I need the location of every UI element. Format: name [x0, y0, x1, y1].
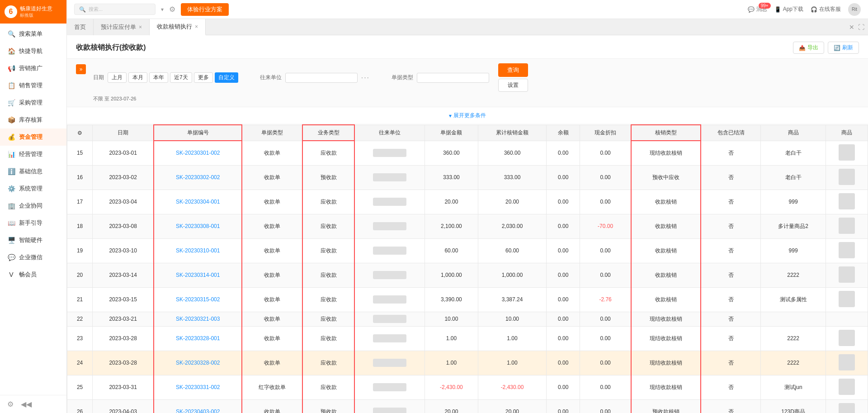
bill-no-link[interactable]: SK-20230302-002	[176, 174, 220, 180]
table-row: 21 2023-03-15 SK-20230315-002 收款单 应收款 ██…	[67, 287, 868, 312]
sidebar-label-operation: 经营管理	[19, 150, 42, 158]
topbar-online-service[interactable]: 🎧 在线客服	[811, 5, 841, 13]
sidebar-item-system[interactable]: ⚙️ 系统管理	[0, 180, 66, 197]
filter-date-this-year[interactable]: 本年	[149, 72, 168, 83]
cell-cash-discount: 0.00	[580, 326, 632, 351]
cell-include-settled: 否	[701, 214, 761, 238]
hardware-icon: 🖥️	[7, 237, 15, 244]
th-settings[interactable]: ⚙	[67, 125, 93, 141]
tab-collect-verify-close[interactable]: ×	[195, 24, 198, 30]
bill-no-link[interactable]: SK-20230310-001	[176, 247, 220, 254]
table-header-row: ⚙ 日期 单据编号 单据类型 业务类型 往来单位 单据金额 累计核销金额 余额 …	[67, 125, 868, 141]
export-label: 导出	[807, 44, 818, 52]
filter-partner-label: 往来单位	[260, 74, 282, 81]
sidebar-item-operation[interactable]: 📊 经营管理	[0, 146, 66, 163]
sidebar-label-wechat: 企业微信	[19, 253, 42, 261]
sidebar: 6 畅康道好生意 标推版 🔍 搜索菜单 🏠 快捷导航 📢 营销推广 📋 销售管理…	[0, 0, 67, 413]
cell-product2	[826, 214, 868, 238]
topbar-app-download[interactable]: 📱 App下载	[774, 5, 803, 13]
tab-close-all-icon[interactable]: ✕	[849, 24, 854, 31]
sidebar-item-finance[interactable]: 💰 资金管理	[0, 128, 66, 146]
expand-more-label: 展开更多条件	[453, 112, 486, 119]
sidebar-item-member[interactable]: V 畅会员	[0, 266, 66, 283]
filter-partner-input[interactable]	[285, 73, 358, 83]
cell-bill-no: SK-20230403-002	[154, 399, 242, 413]
cell-seq: 23	[67, 326, 93, 351]
tab-home[interactable]: 首页	[67, 19, 94, 35]
refresh-button[interactable]: 🔄 刷新	[828, 42, 859, 54]
filter-settings-button[interactable]: 设置	[498, 79, 528, 92]
tab-expand-icon[interactable]: ⛶	[858, 24, 864, 31]
topbar-gear-icon[interactable]: ⚙	[169, 5, 175, 14]
bill-no-link[interactable]: SK-20230308-001	[176, 223, 220, 229]
cell-biz-type: 应收款	[302, 351, 354, 375]
sidebar-label-basic: 基础信息	[19, 167, 42, 176]
cell-bill-amount: 1.00	[425, 326, 478, 351]
app-label: App下载	[783, 5, 803, 13]
tab-collect-verify[interactable]: 收款核销执行 ×	[150, 19, 206, 35]
sidebar-item-quick-nav[interactable]: 🏠 快捷导航	[0, 43, 66, 60]
service-icon: 🎧	[811, 6, 817, 13]
user-avatar[interactable]: Rit	[848, 3, 861, 16]
cell-biz-type: 应收款	[302, 287, 354, 312]
bill-no-link[interactable]: SK-20230315-002	[176, 296, 220, 303]
query-button[interactable]: 查询	[498, 63, 528, 77]
bill-no-link[interactable]: SK-20230331-002	[176, 384, 220, 390]
sidebar-item-hardware[interactable]: 🖥️ 智能硬件	[0, 232, 66, 249]
topbar-message[interactable]: 💬 消息 99+	[748, 5, 767, 13]
cell-cash-discount: 0.00	[580, 190, 632, 214]
app-icon: 📱	[774, 6, 781, 13]
cell-date: 2023-03-10	[93, 238, 154, 263]
sidebar-label-inventory: 库存核算	[19, 116, 42, 124]
filter-toggle-button[interactable]: »	[76, 64, 86, 74]
bill-no-link[interactable]: SK-20230328-002	[176, 360, 220, 366]
bill-no-link[interactable]: SK-20230328-001	[176, 335, 220, 342]
cell-balance: 0.00	[547, 312, 580, 326]
page-title: 收款核销执行(按收款)	[76, 43, 146, 52]
sidebar-item-purchase[interactable]: 🛒 采购管理	[0, 94, 66, 111]
partner-masked: ████	[373, 408, 406, 413]
cell-seq: 22	[67, 312, 93, 326]
sidebar-item-sales[interactable]: 📋 销售管理	[0, 77, 66, 94]
filter-date-this-month[interactable]: 本月	[128, 72, 147, 83]
filter-billtype-select[interactable]	[417, 73, 489, 83]
cell-product2	[826, 399, 868, 413]
bill-no-link[interactable]: SK-20230403-002	[176, 408, 220, 413]
th-balance: 余额	[547, 125, 580, 141]
topbar-search[interactable]: 🔍 搜索...	[74, 4, 156, 15]
cell-balance: 0.00	[547, 399, 580, 413]
bill-no-link[interactable]: SK-20230301-002	[176, 150, 220, 156]
solution-button[interactable]: 体验行业方案	[181, 3, 229, 16]
filter-date-more[interactable]: 更多	[194, 72, 213, 83]
cell-date: 2023-03-28	[93, 351, 154, 375]
export-button[interactable]: 📤 导出	[793, 42, 824, 54]
cell-balance: 0.00	[547, 375, 580, 399]
tab-prepay[interactable]: 预计应应付单 ×	[94, 19, 150, 35]
expand-more-button[interactable]: ▾ 展开更多条件	[449, 109, 486, 122]
sidebar-item-wechat[interactable]: 💬 企业微信	[0, 249, 66, 266]
cell-cash-discount: 0.00	[580, 165, 632, 190]
sidebar-item-corp[interactable]: 🏢 企业协同	[0, 197, 66, 214]
filter-date-custom[interactable]: 自定义	[215, 72, 238, 83]
cell-verify-type: 现结收款核销	[631, 375, 701, 399]
bill-no-link[interactable]: SK-20230314-001	[176, 272, 220, 278]
sidebar-item-basic[interactable]: ℹ️ 基础信息	[0, 163, 66, 180]
sidebar-item-inventory[interactable]: 📦 库存核算	[0, 111, 66, 128]
bill-no-link[interactable]: SK-20230304-001	[176, 199, 220, 205]
partner-masked: ████	[373, 383, 406, 391]
sidebar-item-guide[interactable]: 📖 新手引导	[0, 214, 66, 232]
cell-bill-amount: 333.00	[425, 165, 478, 190]
collapse-icon[interactable]: ◀◀	[21, 400, 32, 408]
table-row: 15 2023-03-01 SK-20230301-002 收款单 应收款 ██…	[67, 141, 868, 165]
settings-bottom-icon[interactable]: ⚙	[7, 400, 14, 408]
cell-product2	[826, 165, 868, 190]
tab-prepay-close[interactable]: ×	[139, 24, 142, 30]
cell-verify-type: 收款核销	[631, 287, 701, 312]
cell-product2	[826, 190, 868, 214]
sidebar-item-search[interactable]: 🔍 搜索菜单	[0, 25, 66, 43]
filter-date-last-month[interactable]: 上月	[108, 72, 127, 83]
bill-no-link[interactable]: SK-20230321-003	[176, 316, 220, 322]
filter-date-7days[interactable]: 近7天	[170, 72, 192, 83]
sidebar-item-marketing[interactable]: 📢 营销推广	[0, 60, 66, 77]
filter-date-options: 上月 本月 本年 近7天 更多 自定义	[108, 72, 238, 83]
